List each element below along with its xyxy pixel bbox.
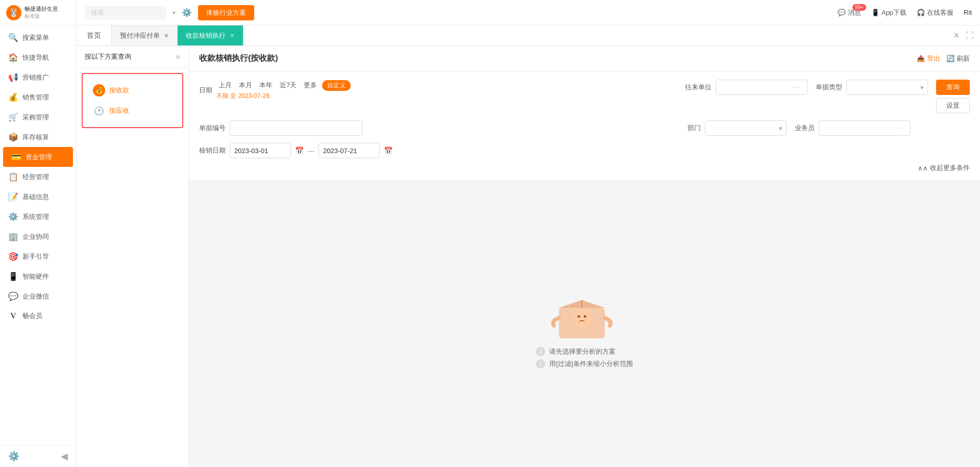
tab-prepay[interactable]: 预付冲应付单 ✕ xyxy=(112,26,178,45)
receipt-icon: 💰 xyxy=(93,84,105,96)
page-title: 收款核销执行(按收款) xyxy=(199,53,278,64)
date-btn-custom[interactable]: 自定义 xyxy=(322,80,351,91)
staff-field: 业务员 ··· xyxy=(795,120,911,136)
date-btn-7days[interactable]: 近7天 xyxy=(278,80,299,91)
sidebar-item-label: 畅会员 xyxy=(22,311,42,321)
tab-home-label: 首页 xyxy=(87,31,101,40)
sidebar-item-wechat[interactable]: 💬 企业微信 xyxy=(0,286,76,306)
date-separator: — xyxy=(308,147,314,155)
topbar-user[interactable]: Rit xyxy=(964,9,972,16)
query-button[interactable]: 查询 xyxy=(936,80,970,95)
writeoff-date-field: 核销日期 📅 — 📅 xyxy=(199,143,393,158)
writeoff-date-end-calendar-icon[interactable]: 📅 xyxy=(384,146,393,155)
left-panel: 按以下方案查询 » 💰 按收款 🕐 按应收 xyxy=(77,46,189,467)
filter-option-by-receipt[interactable]: 💰 按收款 xyxy=(91,80,174,101)
logo-icon: 🐰 xyxy=(6,5,21,20)
tab-close-btn[interactable]: ✕ xyxy=(953,31,960,40)
left-panel-title: 按以下方案查询 xyxy=(85,52,131,61)
topbar-app-download[interactable]: 📱 App下载 xyxy=(871,8,906,17)
step-1-num: 1 xyxy=(536,347,545,356)
dept-select[interactable] xyxy=(705,120,787,136)
tab-writeoff[interactable]: 收款核销执行 ✕ xyxy=(178,26,243,45)
filter-form: 日期 上月 本月 本年 近7天 更多 自定义 不限 至 2023-07-26 xyxy=(189,71,980,181)
industry-btn[interactable]: 体验行业方案 xyxy=(198,5,254,20)
enterprise-icon: 🏢 xyxy=(8,232,18,241)
export-button[interactable]: 📤 导出 xyxy=(917,54,940,63)
sidebar-item-label: 企业微信 xyxy=(22,292,49,301)
sidebar-item-label: 资金管理 xyxy=(26,153,52,162)
member-icon: V xyxy=(8,311,18,321)
app-label: App下载 xyxy=(881,8,906,17)
marketing-icon: 📢 xyxy=(8,72,18,82)
sidebar-item-hardware[interactable]: 📱 智能硬件 xyxy=(0,266,76,286)
sidebar-item-operation[interactable]: 📋 经营管理 xyxy=(0,167,76,187)
tab-home[interactable]: 首页 xyxy=(77,26,112,45)
partner-dots-icon: ··· xyxy=(792,83,802,92)
collapse-row: ∧∧ 收起更多条件 xyxy=(199,163,970,173)
page-header: 收款核销执行(按收款) 📤 导出 🔄 刷新 xyxy=(189,46,980,71)
sidebar-item-enterprise[interactable]: 🏢 企业协同 xyxy=(0,227,76,247)
sidebar-item-guide[interactable]: 🎯 新手引导 xyxy=(0,247,76,266)
doc-type-select[interactable] xyxy=(846,80,928,95)
topbar-gear-icon[interactable]: ⚙️ xyxy=(182,8,192,17)
doc-type-label: 单据类型 xyxy=(816,83,842,92)
purchase-icon: 🛒 xyxy=(8,112,18,122)
settings-button[interactable]: 设置 xyxy=(936,98,970,113)
sidebar-item-label: 新手引导 xyxy=(22,252,49,261)
topbar-message[interactable]: 💬 消息 99+ xyxy=(838,8,861,17)
writeoff-date-start-calendar-icon[interactable]: 📅 xyxy=(295,146,304,155)
right-content: 收款核销执行(按收款) 📤 导出 🔄 刷新 xyxy=(189,46,980,467)
filter-actions: 查询 设置 xyxy=(936,80,970,113)
dept-select-wrap xyxy=(705,120,787,136)
topbar-customer-service[interactable]: 🎧 在线客服 xyxy=(917,8,953,17)
sidebar-item-finance[interactable]: 💳 资金管理 xyxy=(3,147,73,167)
sidebar-item-member[interactable]: V 畅会员 xyxy=(0,306,76,326)
refresh-button[interactable]: 🔄 刷新 xyxy=(946,54,970,63)
date-btn-more[interactable]: 更多 xyxy=(302,80,319,91)
svg-point-1 xyxy=(573,309,591,327)
collapse-label: 收起更多条件 xyxy=(930,163,970,173)
tab-expand-btn[interactable]: ⛶ xyxy=(966,31,974,40)
sidebar-footer: ⚙️ ◀ xyxy=(0,445,76,467)
settings-icon[interactable]: ⚙️ xyxy=(8,451,19,462)
partner-label: 往来单位 xyxy=(685,83,712,92)
tab-prepay-label: 预付冲应付单 xyxy=(120,31,160,40)
sidebar-item-sales[interactable]: 💰 销售管理 xyxy=(0,87,76,107)
date-btn-thismonth[interactable]: 本月 xyxy=(237,80,254,91)
collapse-sidebar-icon[interactable]: ◀ xyxy=(61,451,68,462)
sidebar-item-purchase[interactable]: 🛒 采购管理 xyxy=(0,107,76,127)
message-icon: 💬 xyxy=(838,9,846,16)
date-btn-thisyear[interactable]: 本年 xyxy=(257,80,275,91)
filter-option-by-receivable[interactable]: 🕐 按应收 xyxy=(91,101,174,121)
sidebar-item-quicknav[interactable]: 🏠 快捷导航 xyxy=(0,47,76,67)
staff-input[interactable]: ··· xyxy=(819,120,911,136)
partner-input[interactable]: ··· xyxy=(716,80,807,95)
writeoff-date-start-input[interactable] xyxy=(230,143,291,158)
step-1-text: 请先选择要分析的方案 xyxy=(549,347,616,356)
sidebar-nav: 🔍 搜索菜单 🏠 快捷导航 📢 营销推广 💰 销售管理 🛒 采购管理 📦 库存核… xyxy=(0,26,76,445)
sidebar-item-label: 搜索菜单 xyxy=(22,33,49,42)
dept-field: 部门 xyxy=(688,120,787,136)
docno-input[interactable] xyxy=(230,120,362,136)
sidebar-item-search[interactable]: 🔍 搜索菜单 xyxy=(0,28,76,47)
user-label: Rit xyxy=(964,9,972,16)
topbar-dropdown-icon[interactable]: ▾ xyxy=(173,9,176,16)
sidebar-item-basic[interactable]: 📝 基础信息 xyxy=(0,187,76,207)
empty-state: 1 请先选择要分析的方案 2 用[过滤]条件来缩小分析范围 xyxy=(189,181,980,467)
tab-writeoff-close[interactable]: ✕ xyxy=(230,32,235,39)
date-label: 日期 xyxy=(199,86,212,95)
date-btn-lastmonth[interactable]: 上月 xyxy=(216,80,234,91)
sidebar-item-inventory[interactable]: 📦 库存核算 xyxy=(0,127,76,147)
app-icon: 📱 xyxy=(871,9,879,16)
sidebar-item-marketing[interactable]: 📢 营销推广 xyxy=(0,67,76,87)
writeoff-date-label: 核销日期 xyxy=(199,146,226,155)
sidebar-item-label: 经营管理 xyxy=(22,173,49,182)
tab-prepay-close[interactable]: ✕ xyxy=(164,32,169,39)
left-panel-collapse-icon[interactable]: » xyxy=(176,52,180,61)
writeoff-date-end-input[interactable] xyxy=(318,143,380,158)
dept-label: 部门 xyxy=(688,124,701,133)
date-range-text: 不限 至 2023-07-26 xyxy=(216,92,351,101)
collapse-conditions-btn[interactable]: ∧∧ 收起更多条件 xyxy=(918,163,970,173)
home-icon: 🏠 xyxy=(8,53,18,62)
sidebar-item-system[interactable]: ⚙️ 系统管理 xyxy=(0,207,76,227)
